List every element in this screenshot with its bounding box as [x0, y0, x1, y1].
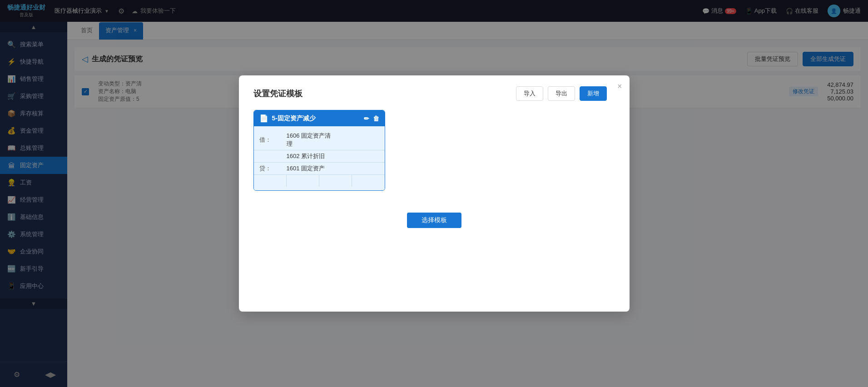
select-template-area: 选择模板: [253, 202, 615, 228]
template-card-title: 5-固定资产减少: [272, 114, 316, 123]
row3-account: 1601 固定资产: [287, 164, 334, 173]
select-template-button[interactable]: 选择模板: [407, 213, 461, 228]
empty-cell-2: [287, 175, 319, 187]
template-card-fixed-assets-decrease: 📄 5-固定资产减少 ✏ 🗑: [253, 110, 385, 191]
template-row-2: 1602 累计折旧: [254, 150, 385, 163]
template-card-header: 📄 5-固定资产减少 ✏ 🗑: [254, 110, 385, 126]
main-area: ▲ 🔍 搜索菜单 ⚡ 快捷导航 📊 销售管理 🛒 采购管理: [0, 22, 868, 387]
empty-cell-1: [254, 175, 287, 187]
template-delete-icon[interactable]: 🗑: [373, 115, 379, 122]
modal-overlay: 导入 导出 新增 × 设置凭证模板: [67, 40, 868, 387]
main-content: ◁ 生成的凭证预览 批量凭证预览 全部生成凭证 ✓: [67, 40, 868, 387]
template-row-3: 贷： 1601 固定资产: [254, 163, 385, 175]
new-template-button[interactable]: 新增: [580, 86, 607, 101]
template-card-title-area: 📄 5-固定资产减少: [259, 114, 316, 123]
row3-side: 贷：: [259, 164, 287, 173]
template-card-actions: ✏ 🗑: [364, 115, 379, 122]
empty-cell-4: [352, 175, 384, 187]
row1-account: 1606 固定资产清理: [287, 132, 334, 148]
modal-close-button[interactable]: ×: [617, 82, 622, 91]
template-card-area: 📄 5-固定资产减少 ✏ 🗑: [253, 110, 615, 191]
export-button[interactable]: 导出: [548, 86, 575, 101]
empty-cell-3: [319, 175, 352, 187]
template-edit-icon[interactable]: ✏: [364, 115, 369, 122]
import-button[interactable]: 导入: [516, 86, 543, 101]
modal-toolbar: 导入 导出 新增: [516, 86, 607, 101]
template-row-1: 借： 1606 固定资产清理: [254, 130, 385, 150]
template-card-body: 借： 1606 固定资产清理: [254, 126, 385, 190]
app-container: 畅捷通好业财 普及版 医疗器械行业演示 ▼ ⚙ ☁ 我要体验一下 💬 消息 99…: [0, 0, 868, 387]
template-document-icon: 📄: [259, 114, 268, 123]
template-row-empty: [254, 175, 385, 187]
row2-account: 1602 累计折旧: [287, 152, 334, 160]
row1-side: 借：: [259, 136, 287, 144]
content-area: 首页 资产管理 × ◁ 生成的凭证预览 批量凭证预览 全部生成: [67, 22, 868, 387]
voucher-template-modal: 导入 导出 新增 × 设置凭证模板: [239, 75, 630, 312]
